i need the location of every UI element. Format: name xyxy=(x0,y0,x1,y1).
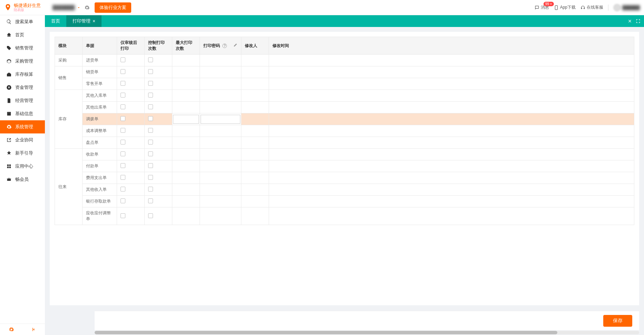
checkbox[interactable] xyxy=(121,57,125,62)
sidebar-item-1[interactable]: 首页 xyxy=(0,28,45,41)
checkbox[interactable] xyxy=(121,69,125,74)
col-password: 打印密码 ? xyxy=(200,37,241,55)
close-icon[interactable]: × xyxy=(93,18,95,24)
sidebar-item-11[interactable]: 应用中心 xyxy=(0,160,45,173)
tab-0[interactable]: 首页 xyxy=(45,15,66,27)
checkbox[interactable] xyxy=(121,213,125,218)
checkbox[interactable] xyxy=(121,81,125,86)
checkbox[interactable] xyxy=(148,116,153,121)
fullscreen-icon[interactable] xyxy=(636,19,641,24)
checkbox[interactable] xyxy=(148,163,153,168)
checkbox[interactable] xyxy=(121,140,125,145)
settings-footer-icon[interactable] xyxy=(9,327,14,332)
checkbox[interactable] xyxy=(121,187,125,192)
modifier-cell xyxy=(241,125,269,137)
sidebar-footer xyxy=(0,324,45,335)
avatar xyxy=(613,4,621,11)
checkbox[interactable] xyxy=(148,93,153,97)
table-row: 银行存取款单 xyxy=(55,196,634,207)
checkbox[interactable] xyxy=(148,187,153,192)
doc-icon xyxy=(6,98,12,103)
messages-button[interactable]: 消息 99 + xyxy=(535,4,549,10)
password-cell xyxy=(200,160,241,172)
org-selector[interactable]: ███████ xyxy=(52,5,81,10)
checkbox[interactable] xyxy=(148,128,153,133)
sidebar-item-label: 销售管理 xyxy=(15,45,33,51)
checkbox[interactable] xyxy=(121,116,125,121)
checkbox[interactable] xyxy=(148,57,153,62)
sidebar-item-12[interactable]: 畅会员 xyxy=(0,173,45,186)
checkbox[interactable] xyxy=(148,140,153,145)
audited-cell xyxy=(117,78,145,90)
checkbox[interactable] xyxy=(121,163,125,168)
max-count-input[interactable] xyxy=(173,115,199,124)
username: ██████ xyxy=(622,5,640,10)
config-panel: 模块 单据 仅审核后打印 控制打印次数 最大打印次数 打印密码 ? 修改人 修改… xyxy=(50,32,639,305)
password-cell xyxy=(200,137,241,149)
modified-at-cell xyxy=(269,137,634,149)
sidebar-item-4[interactable]: 库存核算 xyxy=(0,68,45,81)
sidebar-item-9[interactable]: 企业协同 xyxy=(0,133,45,147)
checkbox[interactable] xyxy=(121,198,125,203)
checkbox[interactable] xyxy=(121,128,125,133)
checkbox[interactable] xyxy=(121,151,125,156)
help-icon[interactable]: ? xyxy=(222,44,227,48)
control-cell xyxy=(145,137,172,149)
checkbox[interactable] xyxy=(148,151,153,156)
checkbox[interactable] xyxy=(148,81,153,86)
promo-button[interactable]: 体验行业方案 xyxy=(95,2,131,13)
doc-cell: 销货单 xyxy=(83,66,117,78)
audited-cell xyxy=(117,113,145,125)
table-row: 其他收入单 xyxy=(55,184,634,196)
scrollbar-thumb[interactable] xyxy=(95,331,557,334)
horizontal-scrollbar[interactable] xyxy=(95,331,639,334)
org-name: ███████ xyxy=(52,5,75,10)
checkbox[interactable] xyxy=(148,175,153,180)
modifier-cell xyxy=(241,78,269,90)
edit-icon[interactable] xyxy=(233,43,238,47)
sidebar-item-3[interactable]: 采购管理 xyxy=(0,55,45,68)
collapse-icon[interactable] xyxy=(31,327,37,332)
tab-1[interactable]: 打印管理× xyxy=(66,15,102,27)
modifier-cell xyxy=(241,184,269,196)
money-icon xyxy=(6,85,12,90)
audited-cell xyxy=(117,149,145,160)
doc-cell: 收款单 xyxy=(83,149,117,160)
sidebar-item-0[interactable]: 搜索菜单 xyxy=(0,15,45,28)
col-audited: 仅审核后打印 xyxy=(117,37,145,55)
sidebar-item-8[interactable]: 系统管理 xyxy=(0,120,45,133)
password-cell xyxy=(200,207,241,225)
password-input[interactable] xyxy=(201,115,240,124)
modifier-cell xyxy=(241,55,269,66)
sidebar-item-5[interactable]: 资金管理 xyxy=(0,81,45,94)
online-service-button[interactable]: 在线客服 xyxy=(580,4,603,10)
checkbox[interactable] xyxy=(148,198,153,203)
max-count-cell xyxy=(172,137,200,149)
audited-cell xyxy=(117,160,145,172)
sidebar-item-7[interactable]: 基础信息 xyxy=(0,107,45,120)
modifier-cell xyxy=(241,113,269,125)
checkbox[interactable] xyxy=(121,93,125,97)
content: 模块 单据 仅审核后打印 控制打印次数 最大打印次数 打印密码 ? 修改人 修改… xyxy=(45,27,644,335)
app-download-button[interactable]: App下载 xyxy=(554,4,576,10)
sidebar-item-10[interactable]: 新手引导 xyxy=(0,147,45,160)
checkbox[interactable] xyxy=(121,175,125,180)
checkbox[interactable] xyxy=(148,69,153,74)
sidebar-item-2[interactable]: 销售管理 xyxy=(0,41,45,55)
user-menu[interactable]: ██████ xyxy=(613,4,640,11)
save-button[interactable]: 保存 xyxy=(603,315,632,327)
table-row: 付款单 xyxy=(55,160,634,172)
max-count-cell xyxy=(172,66,200,78)
col-max: 最大打印次数 xyxy=(172,37,200,55)
checkbox[interactable] xyxy=(121,104,125,109)
close-all-tabs-icon[interactable] xyxy=(627,19,632,24)
checkbox[interactable] xyxy=(148,213,153,218)
sidebar-item-6[interactable]: 经营管理 xyxy=(0,94,45,107)
modified-at-cell xyxy=(269,160,634,172)
col-modifier: 修改人 xyxy=(241,37,269,55)
settings-icon[interactable] xyxy=(84,5,90,10)
control-cell xyxy=(145,66,172,78)
checkbox[interactable] xyxy=(148,104,153,109)
control-cell xyxy=(145,196,172,207)
svg-rect-0 xyxy=(555,6,557,10)
